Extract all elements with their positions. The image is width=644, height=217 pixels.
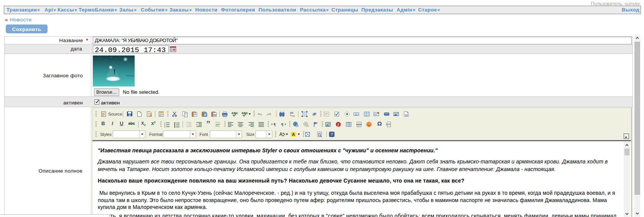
svg-text:A: A xyxy=(279,132,283,137)
svg-text:3: 3 xyxy=(164,126,165,127)
svg-text:A: A xyxy=(292,132,295,137)
svg-text:¶: ¶ xyxy=(281,122,283,127)
svg-text:ab: ab xyxy=(355,113,358,116)
svg-text:¶: ¶ xyxy=(273,122,276,127)
svg-text:W: W xyxy=(213,113,216,117)
svg-text:ac: ac xyxy=(292,114,295,117)
svg-text:cd: cd xyxy=(365,114,368,116)
svg-text:?: ? xyxy=(331,132,333,137)
svg-text:cd: cd xyxy=(405,114,408,116)
